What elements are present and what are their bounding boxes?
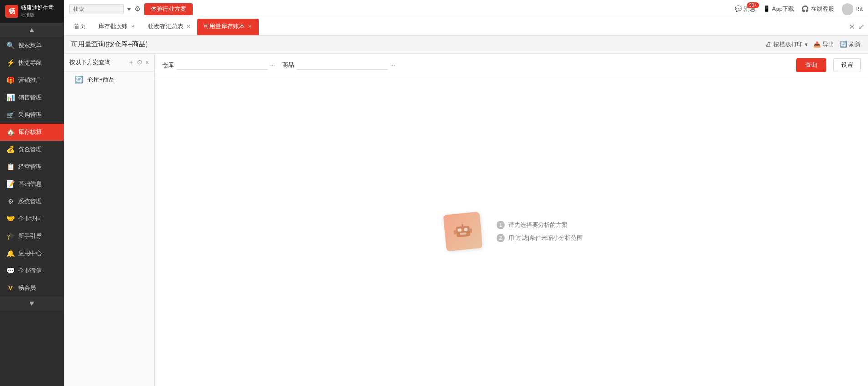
logo-sub: 标准版 — [21, 12, 54, 18]
sidebar-item-label-vip: 畅会员 — [18, 284, 36, 292]
logo-text-block: 畅康通好生意 标准版 — [21, 5, 54, 18]
quicknav-icon: ⚡ — [6, 59, 15, 67]
wechat-icon: 💬 — [6, 267, 15, 275]
operation-icon: 📋 — [6, 163, 15, 171]
sidebar-scroll: ▲ 🔍 搜索菜单 ⚡ 快捷导航 🎁 营销推广 📊 销售管理 🛒 采购管理 🏠 库… — [0, 23, 64, 386]
message-icon: 💬 — [735, 5, 742, 12]
topbar-dropdown-icon[interactable]: ▾ — [127, 5, 131, 13]
empty-illustration — [440, 209, 486, 254]
filter-warehouse: 仓库 ··· — [162, 61, 275, 70]
sidebar-item-operation[interactable]: 📋 经营管理 — [0, 158, 64, 175]
tab-home[interactable]: 首页 — [67, 19, 92, 35]
tab-available-close[interactable]: ✕ — [248, 23, 252, 30]
export-action[interactable]: 📤 导出 — [813, 41, 834, 49]
app-icon: 📱 — [763, 5, 770, 12]
svg-rect-1 — [457, 228, 461, 232]
svg-rect-4 — [461, 224, 463, 226]
topbar-search-input[interactable] — [69, 4, 124, 14]
sidebar-item-label-wechat: 企业微信 — [18, 267, 42, 275]
tab-batch[interactable]: 库存批次账 ✕ — [92, 19, 142, 35]
setting-button[interactable]: 设置 — [833, 58, 861, 72]
tab-summary-close[interactable]: ✕ — [186, 23, 191, 30]
export-icon: 📤 — [813, 41, 821, 48]
refresh-action[interactable]: 🔄 刷新 — [840, 41, 861, 49]
sidebar-item-purchase[interactable]: 🛒 采购管理 — [0, 106, 64, 124]
sidebar: 畅 畅康通好生意 标准版 ▲ 🔍 搜索菜单 ⚡ 快捷导航 🎁 营销推广 📊 销售… — [0, 0, 64, 386]
hint-num-1: 1 — [497, 221, 505, 229]
sidebar-item-basic[interactable]: 📝 基础信息 — [0, 175, 64, 193]
sidebar-item-label-marketing: 营销推广 — [18, 76, 42, 84]
sidebar-item-enterprise[interactable]: 🤝 企业协同 — [0, 210, 64, 227]
query-button[interactable]: 查询 — [796, 58, 826, 72]
finance-icon: 💰 — [6, 145, 15, 154]
sidebar-item-system[interactable]: ⚙ 系统管理 — [0, 193, 64, 210]
sidebar-item-sales[interactable]: 📊 销售管理 — [0, 89, 64, 106]
app-label: App下载 — [772, 5, 794, 13]
tab-summary[interactable]: 收发存汇总表 ✕ — [142, 19, 197, 35]
product-more-icon[interactable]: ··· — [391, 62, 395, 68]
scheme-item-warehouse-product[interactable]: 🔄 仓库+商品 — [64, 72, 154, 87]
add-scheme-icon[interactable]: ＋ — [128, 58, 134, 67]
svg-rect-5 — [454, 230, 457, 234]
scheme-icon: 🔄 — [75, 75, 84, 84]
marketing-icon: 🎁 — [6, 76, 15, 84]
industry-solution-button[interactable]: 体验行业方案 — [144, 3, 193, 15]
sidebar-item-newguide[interactable]: 🎓 新手引导 — [0, 227, 64, 245]
export-label: 导出 — [822, 41, 834, 49]
empty-state: 1 请先选择要分析的方案 2 用[过滤]条件来缩小分析范围 — [155, 77, 868, 386]
manage-scheme-icon[interactable]: ⊙ — [137, 58, 142, 67]
warehouse-label: 仓库 — [162, 61, 174, 69]
product-input[interactable] — [297, 61, 388, 70]
hint-item-1: 1 请先选择要分析的方案 — [497, 221, 583, 229]
print-dropdown-icon: ▾ — [805, 41, 808, 48]
filter-product: 商品 ··· — [282, 61, 395, 70]
print-icon: 🖨 — [766, 41, 772, 48]
system-icon: ⚙ — [6, 197, 15, 206]
tab-batch-close[interactable]: ✕ — [131, 23, 135, 30]
sidebar-item-search[interactable]: 🔍 搜索菜单 — [0, 37, 64, 54]
right-content: 仓库 ··· 商品 ··· 查询 设置 — [155, 54, 868, 386]
sidebar-item-marketing[interactable]: 🎁 营销推广 — [0, 72, 64, 89]
message-button[interactable]: 💬 消息 99+ — [735, 5, 756, 13]
sidebar-logo: 畅 畅康通好生意 标准版 — [0, 0, 64, 23]
sidebar-scroll-down[interactable]: ▼ — [0, 297, 64, 310]
tab-available-label: 可用量库存账本 — [203, 22, 245, 31]
online-service-button[interactable]: 🎧 在线客服 — [802, 5, 834, 13]
sidebar-item-label-enterprise: 企业协同 — [18, 215, 42, 223]
print-label: 按模板打印 — [773, 41, 803, 49]
sidebar-item-vip[interactable]: V 畅会员 — [0, 279, 64, 297]
message-badge: 99+ — [747, 2, 759, 8]
sidebar-item-quicknav[interactable]: ⚡ 快捷导航 — [0, 54, 64, 72]
sidebar-item-wechat[interactable]: 💬 企业微信 — [0, 262, 64, 279]
warehouse-more-icon[interactable]: ··· — [270, 62, 275, 68]
tabs-bar: 首页 库存批次账 ✕ 收发存汇总表 ✕ 可用量库存账本 ✕ ✕ ⤢ — [64, 18, 868, 36]
collapse-panel-icon[interactable]: « — [145, 58, 149, 67]
warehouse-input[interactable] — [177, 61, 268, 70]
close-tab-icon[interactable]: ✕ — [849, 22, 855, 31]
sidebar-item-label-operation: 经营管理 — [18, 163, 42, 171]
refresh-label: 刷新 — [849, 41, 861, 49]
svg-rect-0 — [456, 226, 470, 237]
empty-box-icon — [443, 212, 483, 252]
purchase-icon: 🛒 — [6, 111, 15, 119]
fullscreen-icon[interactable]: ⤢ — [858, 22, 864, 31]
scheme-label: 仓库+商品 — [87, 76, 115, 84]
inventory-icon: 🏠 — [6, 128, 15, 136]
tab-batch-label: 库存批次账 — [98, 22, 128, 31]
page-title: 可用量查询(按仓库+商品) — [71, 40, 148, 49]
sidebar-item-inventory[interactable]: 🏠 库存核算 — [0, 124, 64, 141]
topbar-gear-icon[interactable]: ⚙ — [134, 5, 141, 13]
sidebar-item-finance[interactable]: 💰 资金管理 — [0, 141, 64, 158]
tab-available[interactable]: 可用量库存账本 ✕ — [197, 19, 259, 35]
tab-home-label: 首页 — [74, 22, 86, 31]
sidebar-scroll-up[interactable]: ▲ — [0, 23, 64, 37]
print-action[interactable]: 🖨 按模板打印 ▾ — [766, 41, 808, 49]
hint-text-1: 请先选择要分析的方案 — [508, 221, 568, 229]
sidebar-item-label-system: 系统管理 — [18, 197, 42, 206]
app-download-button[interactable]: 📱 App下载 — [763, 5, 794, 13]
user-avatar[interactable]: Rit — [842, 3, 863, 15]
filter-row: 仓库 ··· 商品 ··· 查询 设置 — [155, 54, 868, 77]
hint-text-2: 用[过滤]条件来缩小分析范围 — [508, 234, 583, 242]
sidebar-item-appstore[interactable]: 🔔 应用中心 — [0, 245, 64, 262]
main-area: ▾ ⚙ 体验行业方案 💬 消息 99+ 📱 App下载 🎧 在线客服 Rit — [64, 0, 868, 386]
